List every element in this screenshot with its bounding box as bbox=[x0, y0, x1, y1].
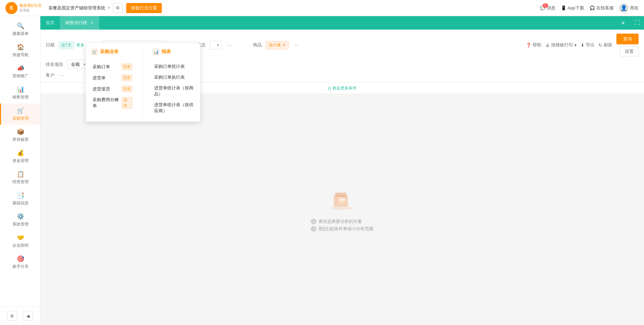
online-service-button[interactable]: 🎧 在线客服 bbox=[589, 5, 614, 11]
print-button[interactable]: 🖨 按模板打印 ▾ bbox=[545, 42, 577, 48]
purchase-icon: 🛒 bbox=[17, 107, 24, 114]
logo-text: 畅捷通好生意 bbox=[20, 3, 42, 8]
logo-sub: 标准版 bbox=[20, 8, 42, 13]
dropdown-label-report-0: 采购订单统计表 bbox=[154, 64, 185, 70]
goods-tag-text: 设计素 bbox=[269, 42, 281, 48]
dropdown-label-purchase-receive: 进货单 bbox=[93, 75, 106, 81]
tip-text-2: 用[过滤]条件来缩小分析范围 bbox=[318, 226, 373, 232]
sidebar-item-inventory[interactable]: 📦 库存核算 bbox=[0, 125, 40, 146]
main-layout: 🔍 搜索菜单 🏠 快捷导航 📣 营销推广 📊 销售管理 🛒 采购管理 📦 库存核… bbox=[0, 16, 644, 325]
setting-button[interactable]: 设置 bbox=[620, 46, 639, 56]
search-icon: 🔍 bbox=[17, 22, 24, 30]
order-status-select-wrapper bbox=[210, 41, 222, 50]
query-button[interactable]: 查询 bbox=[616, 34, 639, 44]
sidebar-item-search[interactable]: 🔍 搜索菜单 bbox=[0, 19, 40, 40]
top-bar: 6 畅捷通好生意 标准版 装餐及固定资产辅助管理系统 ▾ ⚙ 体验行业方案 💬 … bbox=[0, 0, 644, 16]
sidebar-item-operation[interactable]: 📋 经营管理 bbox=[0, 167, 40, 188]
user-button[interactable]: 👤 用友 bbox=[619, 3, 639, 13]
dropdown-label-report-2: 进货单统计表（按商品） bbox=[154, 85, 194, 97]
logo-area: 6 畅捷通好生意 标准版 bbox=[5, 2, 46, 14]
export-button[interactable]: ⬇ 导出 bbox=[581, 42, 595, 48]
sidebar-item-sales[interactable]: 📊 销售管理 bbox=[0, 82, 40, 104]
dropdown-item-report-3[interactable]: 进货单统计表（按供应商） bbox=[153, 99, 195, 116]
order-status-dots[interactable]: ⋯ bbox=[227, 43, 231, 48]
sidebar-label-enterprise: 企业协同 bbox=[12, 243, 29, 248]
sidebar-item-basic[interactable]: 📑 基础信息 bbox=[0, 188, 40, 209]
print-arrow-icon: ▾ bbox=[574, 43, 577, 48]
collapse-icon: ⋀ bbox=[328, 86, 331, 91]
date-label: 日期 bbox=[46, 42, 55, 48]
empty-tips: 1 请先选择要分析的方案 2 用[过滤]条件来缩小分析范围 bbox=[311, 217, 373, 233]
collapse-sidebar-button[interactable]: ◀ bbox=[23, 311, 33, 321]
system-title: 装餐及固定资产辅助管理系统 bbox=[48, 5, 105, 11]
tab-bar: 首页 销售排行榜 ✕ ✕ ⛶ bbox=[40, 16, 644, 30]
sidebar-label-quick-nav: 快捷导航 bbox=[12, 52, 29, 58]
print-label: 按模板打印 bbox=[551, 42, 573, 48]
sidebar-item-purchase[interactable]: 🛒 采购管理 bbox=[0, 104, 40, 125]
refresh-icon: ↻ bbox=[599, 43, 602, 48]
customer-dots[interactable]: ⋯ bbox=[60, 73, 64, 78]
rank-select[interactable]: 金额 bbox=[67, 60, 88, 69]
report-col-title: 📊 报表 bbox=[153, 48, 195, 58]
newbie-icon: 🎯 bbox=[17, 255, 24, 262]
purchase-col: 🛒 采购业务 采购订单 历史 进货单 历史 进货退货 历史 bbox=[91, 48, 134, 116]
sidebar-item-enterprise[interactable]: 🤝 企业协同 bbox=[0, 231, 40, 252]
sidebar-item-newbie[interactable]: 🎯 新手引导 bbox=[0, 252, 40, 273]
sidebar-label-inventory: 库存核算 bbox=[12, 137, 29, 143]
close-all-tabs-button[interactable]: ✕ bbox=[615, 20, 631, 26]
sidebar-item-system[interactable]: ⚙️ 系统管理 bbox=[0, 209, 40, 231]
industry-button[interactable]: 体验行业方案 bbox=[126, 3, 162, 13]
user-label: 用友 bbox=[630, 5, 639, 11]
sidebar-label-purchase: 采购管理 bbox=[12, 116, 29, 121]
sidebar-label-finance: 资金管理 bbox=[12, 158, 29, 164]
goods-dots[interactable]: ⋯ bbox=[294, 43, 298, 48]
dropdown-label-report-3: 进货单统计表（按供应商） bbox=[154, 102, 194, 114]
history-badge-2: 历史 bbox=[121, 86, 132, 92]
dropdown-item-report-0[interactable]: 采购订单统计表 bbox=[153, 61, 195, 72]
app-download-button[interactable]: 📱 App下载 bbox=[561, 5, 584, 11]
date-tag-7days[interactable]: 近7天 bbox=[59, 41, 74, 49]
help-button[interactable]: ❓ 帮助 bbox=[526, 42, 541, 48]
dropdown-item-report-2[interactable]: 进货单统计表（按商品） bbox=[153, 83, 195, 99]
messages-button[interactable]: 💬 5 消息 bbox=[540, 5, 556, 11]
refresh-button[interactable]: ↻ 刷新 bbox=[599, 42, 612, 48]
gear-button[interactable]: ⚙ bbox=[113, 3, 123, 13]
order-status-select[interactable] bbox=[210, 41, 222, 50]
page-content: 日期 近7天 更多 自定义 单据状态 ⋯ bbox=[40, 30, 644, 325]
dropdown-item-purchase-receive[interactable]: 进货单 历史 bbox=[91, 72, 134, 83]
date-more-button[interactable]: 更多 bbox=[76, 42, 84, 48]
sidebar-label-operation: 经营管理 bbox=[12, 179, 29, 185]
collapse-label: 收起更多条件 bbox=[332, 85, 357, 91]
dropdown-item-purchase-return[interactable]: 进货退货 历史 bbox=[91, 83, 134, 94]
sidebar-label-marketing: 营销推广 bbox=[12, 73, 29, 79]
export-icon: ⬇ bbox=[581, 43, 584, 48]
system-icon: ⚙️ bbox=[17, 213, 24, 220]
logo-icon: 6 bbox=[5, 2, 17, 14]
expand-tab-button[interactable]: ⛶ bbox=[631, 20, 644, 26]
purchase-col-title: 🛒 采购业务 bbox=[91, 48, 134, 58]
toolbar-right: ❓ 帮助 🖨 按模板打印 ▾ ⬇ 导出 ↻ bbox=[526, 34, 639, 56]
empty-state: 1 请先选择要分析的方案 2 用[过滤]条件来缩小分析范围 bbox=[40, 94, 644, 325]
empty-tip-2: 2 用[过滤]条件来缩小分析范围 bbox=[311, 226, 373, 232]
basic-icon: 📑 bbox=[17, 192, 24, 199]
rank-label: 排名项目 bbox=[46, 62, 63, 68]
close-tab-icon[interactable]: ✕ bbox=[91, 21, 94, 25]
sidebar-item-finance[interactable]: 💰 资金管理 bbox=[0, 146, 40, 167]
dropdown-label-report-1: 采购订单执行表 bbox=[154, 74, 185, 80]
help-label: 帮助 bbox=[533, 42, 541, 48]
settings-bottom-button[interactable]: ⚙ bbox=[7, 311, 17, 321]
system-title-dropdown[interactable]: 装餐及固定资产辅助管理系统 ▾ bbox=[46, 5, 110, 11]
tab-home[interactable]: 首页 bbox=[40, 16, 60, 30]
dropdown-item-report-1[interactable]: 采购订单执行表 bbox=[153, 72, 195, 83]
finance-icon: 💰 bbox=[17, 149, 24, 157]
tab-sales-rank[interactable]: 销售排行榜 ✕ bbox=[60, 16, 99, 30]
phone-icon: 📱 bbox=[561, 5, 566, 10]
sidebar-item-quick-nav[interactable]: 🏠 快捷导航 bbox=[0, 40, 40, 61]
dropdown-item-purchase-expense[interactable]: 采购费用分摊单 历史 bbox=[91, 94, 134, 111]
purchase-col-icon: 🛒 bbox=[91, 48, 98, 55]
sidebar-item-marketing[interactable]: 📣 营销推广 bbox=[0, 61, 40, 82]
goods-tag-remove[interactable]: ✕ bbox=[282, 43, 286, 47]
enterprise-icon: 🤝 bbox=[17, 234, 24, 241]
dropdown-item-purchase-order[interactable]: 采购订单 历史 bbox=[91, 61, 134, 72]
tab-home-label: 首页 bbox=[46, 20, 55, 26]
